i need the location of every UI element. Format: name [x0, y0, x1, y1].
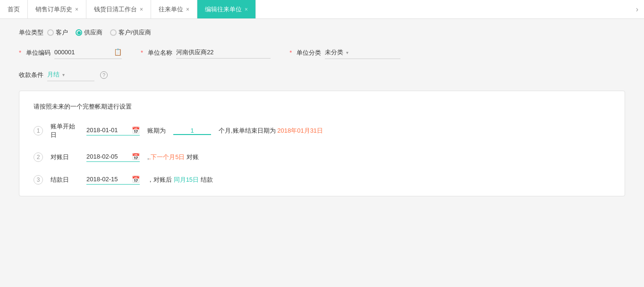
step-1-num: 1 — [34, 126, 43, 135]
unit-code-input-wrapper: 📋 — [54, 47, 122, 59]
period-row-2-calendar-icon[interactable]: 📅 — [132, 153, 140, 160]
unit-code-label: 单位编码 — [26, 49, 51, 57]
payment-terms-help[interactable]: ? — [100, 71, 108, 79]
period-row-1-suffix-before: 账期为 — [147, 127, 166, 135]
period-row-1-suffix-after: 个月,账单结束日期为 2018年01月31日 — [219, 127, 323, 135]
radio-both-circle — [110, 29, 117, 36]
period-row-3-desc: ，对账后 同月15日 结款 — [147, 176, 213, 184]
unit-category-chevron: ▾ — [346, 50, 348, 55]
unit-category-label: 单位分类 — [297, 49, 321, 57]
period-row-1-date-wrapper: 📅 — [86, 127, 140, 135]
unit-code-field: * 单位编码 📋 — [19, 47, 122, 59]
period-title: 请按照未来的一个完整帐期进行设置 — [34, 102, 610, 111]
radio-customer[interactable]: 客户 — [47, 28, 68, 37]
step-2-num: 2 — [34, 152, 43, 162]
payment-terms-value: 月结 — [47, 70, 59, 79]
payment-terms-row: 收款条件 月结 ▾ ? — [19, 68, 625, 81]
period-row-3: 3 结款日 📅 ，对账后 同月15日 结款 — [34, 175, 610, 185]
period-row-3-same-month: 同月15日 — [174, 176, 199, 183]
unit-category-required: * — [289, 49, 292, 56]
payment-terms-select[interactable]: 月结 ▾ — [47, 68, 94, 81]
tab-partner-unit-close[interactable]: × — [186, 6, 189, 13]
tab-home[interactable]: 首页 — [0, 0, 28, 18]
period-row-3-date-input[interactable] — [86, 176, 129, 183]
unit-code-input[interactable] — [54, 47, 111, 58]
period-row-2-date-wrapper: 📅 — [86, 153, 140, 162]
radio-both[interactable]: 客户/供应商 — [110, 28, 151, 37]
unit-name-required: * — [141, 49, 143, 56]
unit-info-row: * 单位编码 📋 * 单位名称 * 单位分类 未分类 ▾ — [19, 46, 625, 59]
unit-type-radio-group: 客户 供应商 客户/供应商 — [47, 28, 151, 37]
radio-customer-circle — [47, 29, 54, 36]
radio-supplier-circle — [76, 29, 82, 36]
period-end-date: 2018年01月31日 — [277, 127, 323, 134]
period-row-3-calendar-icon[interactable]: 📅 — [132, 176, 140, 183]
tab-edit-partner-unit-label: 编辑往来单位 — [205, 5, 242, 14]
unit-code-icon[interactable]: 📋 — [114, 48, 122, 56]
tab-sales-order-history-label: 销售订单历史 — [35, 5, 72, 14]
tab-edit-partner-unit[interactable]: 编辑往来单位 × — [197, 0, 256, 18]
period-box: 请按照未来的一个完整帐期进行设置 1 账单开始日 📅 账期为 个月,账单结束日期… — [19, 91, 625, 196]
payment-terms-chevron: ▾ — [62, 72, 65, 77]
period-row-2-next-month: ,下一个月5日 — [149, 153, 185, 160]
tab-partner-unit-label: 往来单位 — [159, 5, 183, 14]
period-row-2-label: 对账日 — [51, 153, 79, 161]
step-3-num: 3 — [34, 175, 43, 185]
tab-cash-work-label: 钱货日清工作台 — [94, 5, 137, 14]
unit-name-field: * 单位名称 — [141, 47, 271, 59]
period-row-2-desc: ,,下一个月5日 对账 — [147, 153, 199, 161]
period-row-1: 1 账单开始日 📅 账期为 个月,账单结束日期为 2018年01月31日 — [34, 122, 610, 139]
payment-terms-field: 收款条件 月结 ▾ ? — [19, 68, 108, 81]
radio-both-label: 客户/供应商 — [119, 28, 151, 37]
tab-sales-order-history[interactable]: 销售订单历史 × — [28, 0, 86, 18]
unit-category-select[interactable]: 未分类 ▾ — [325, 46, 400, 59]
unit-type-label: 单位类型 — [19, 28, 43, 37]
period-row-2-date-input[interactable] — [86, 153, 129, 160]
radio-supplier-label: 供应商 — [84, 28, 102, 37]
tab-partner-unit[interactable]: 往来单位 × — [151, 0, 197, 18]
tab-edit-partner-unit-close[interactable]: × — [245, 6, 248, 13]
tab-cash-work-close[interactable]: × — [140, 6, 143, 13]
page-content: 单位类型 客户 供应商 客户/供应商 — [0, 19, 644, 287]
unit-category-value: 未分类 — [325, 48, 343, 57]
tab-expand-button[interactable]: › — [630, 5, 644, 14]
period-months-input[interactable] — [173, 127, 211, 135]
unit-type-row: 单位类型 客户 供应商 客户/供应商 — [19, 28, 625, 37]
period-row-2: 2 对账日 📅 ,,下一个月5日 对账 — [34, 152, 610, 162]
radio-supplier[interactable]: 供应商 — [76, 28, 102, 37]
payment-terms-label: 收款条件 — [19, 71, 43, 79]
period-row-1-label: 账单开始日 — [51, 122, 79, 139]
unit-type-field: 单位类型 客户 供应商 客户/供应商 — [19, 28, 151, 37]
unit-category-field: * 单位分类 未分类 ▾ — [289, 46, 400, 59]
tab-bar: 首页 销售订单历史 × 钱货日清工作台 × 往来单位 × 编辑往来单位 × › — [0, 0, 644, 19]
period-row-1-calendar-icon[interactable]: 📅 — [132, 127, 140, 134]
period-row-3-label: 结款日 — [51, 176, 79, 184]
unit-name-label: 单位名称 — [148, 49, 172, 57]
period-row-1-date-input[interactable] — [86, 127, 129, 134]
unit-name-input[interactable] — [176, 47, 271, 59]
radio-customer-label: 客户 — [56, 28, 68, 37]
tab-home-label: 首页 — [8, 5, 20, 14]
unit-code-required: * — [19, 49, 21, 56]
period-row-3-date-wrapper: 📅 — [86, 176, 140, 185]
tab-cash-work[interactable]: 钱货日清工作台 × — [86, 0, 151, 18]
tab-sales-order-history-close[interactable]: × — [75, 6, 78, 13]
